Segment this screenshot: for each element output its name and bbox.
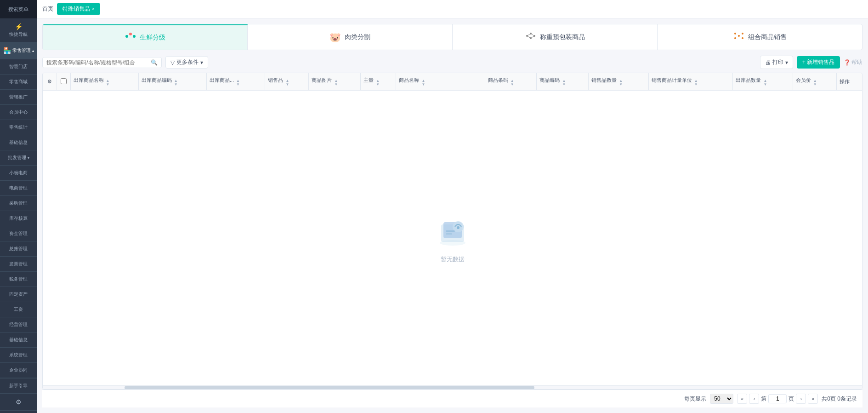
sidebar-item-ecom-mgmt[interactable]: 电商管理 bbox=[0, 181, 37, 196]
scrollbar-thumb[interactable] bbox=[125, 386, 534, 390]
first-page-button[interactable]: « bbox=[737, 394, 747, 404]
tab-combo[interactable]: 组合商品销售 bbox=[658, 24, 862, 50]
content-area: 生鲜分级 🐷 肉类分割 bbox=[37, 18, 868, 413]
sidebar-item-label: 批发管理 bbox=[8, 155, 26, 161]
sidebar-item-label: 零售商城 bbox=[9, 79, 28, 85]
sidebar-item-enterprise[interactable]: 企业协同 bbox=[0, 363, 37, 378]
tab-label: 组合商品销售 bbox=[748, 33, 787, 41]
page-input[interactable] bbox=[768, 394, 787, 403]
sidebar-item-purchase[interactable]: 采购管理 bbox=[0, 196, 37, 211]
sidebar-item-basic-info[interactable]: 基础信息 bbox=[0, 135, 37, 150]
sidebar-item-basic-info2[interactable]: 基础信息 bbox=[0, 333, 37, 348]
print-button[interactable]: 🖨 打印 ▾ bbox=[760, 56, 793, 69]
sidebar: 搜索菜单 ⚡ 快捷导航 🏪 零售管理 ▴ 智慧门店 零售商城 营销推广 会员中心… bbox=[0, 0, 37, 413]
svg-point-2 bbox=[133, 35, 136, 38]
sidebar-item-retail-mall[interactable]: 零售商城 bbox=[0, 75, 37, 90]
col-goods-name[interactable]: 商品名称 ▲▼ bbox=[396, 73, 485, 91]
tab-label: 特殊销售品 bbox=[62, 5, 90, 13]
page-unit: 页 bbox=[789, 395, 794, 403]
select-all-checkbox[interactable] bbox=[61, 78, 67, 84]
last-page-button[interactable]: » bbox=[808, 394, 818, 404]
sidebar-item-retail-mgmt[interactable]: 🏪 零售管理 ▴ bbox=[0, 42, 37, 59]
sidebar-item-label: 经营管理 bbox=[9, 322, 28, 327]
sort-icon: ▲▼ bbox=[376, 79, 380, 86]
col-sales-item[interactable]: 销售品 ▲▼ bbox=[265, 73, 309, 91]
sidebar-item-sales-promo[interactable]: 营销推广 bbox=[0, 90, 37, 105]
help-button[interactable]: ❓ 帮助 bbox=[844, 58, 862, 66]
sidebar-logo[interactable]: 搜索菜单 bbox=[0, 0, 37, 18]
svg-rect-21 bbox=[446, 230, 455, 232]
col-goods-code[interactable]: 商品编码 ▲▼ bbox=[537, 73, 589, 91]
toolbar-right: 🖨 打印 ▾ + 新增销售品 ❓ 帮助 bbox=[760, 56, 862, 69]
col-out-name[interactable]: 出库商品名称 ▲▼ bbox=[70, 73, 138, 91]
sidebar-item-label: 电商管理 bbox=[9, 185, 28, 191]
col-out-code[interactable]: 出库商品编码 ▲▼ bbox=[138, 73, 206, 91]
per-page-label: 每页显示 bbox=[684, 395, 706, 403]
tab-weight-pack[interactable]: 称重预包装商品 bbox=[453, 24, 658, 50]
sort-icon: ▲▼ bbox=[694, 79, 698, 86]
svg-point-0 bbox=[125, 35, 128, 38]
search-icon: 🔍 bbox=[151, 59, 158, 66]
sidebar-item-sys-mgmt[interactable]: 系统管理 bbox=[0, 348, 37, 363]
sidebar-item-inventory[interactable]: 库存核算 bbox=[0, 211, 37, 226]
next-page-button[interactable]: › bbox=[796, 394, 806, 404]
sidebar-item-fixed-assets[interactable]: 固定资产 bbox=[0, 287, 37, 302]
tab-label: 肉类分割 bbox=[345, 33, 370, 41]
sidebar-item-quick-nav[interactable]: ⚡ 快捷导航 bbox=[0, 18, 37, 42]
horizontal-scrollbar[interactable] bbox=[43, 385, 862, 389]
tab-meat-cut[interactable]: 🐷 肉类分割 bbox=[248, 24, 453, 50]
home-link[interactable]: 首页 bbox=[42, 5, 53, 13]
svg-point-20 bbox=[457, 226, 460, 229]
sidebar-item-label: 工资 bbox=[14, 307, 23, 312]
add-button[interactable]: + 新增销售品 bbox=[797, 56, 840, 69]
sidebar-item-label: 快捷导航 bbox=[9, 32, 28, 37]
sidebar-item-label: 营销推广 bbox=[9, 94, 28, 100]
settings-icon: ⚙ bbox=[16, 398, 22, 406]
category-tabs: 生鲜分级 🐷 肉类分割 bbox=[42, 24, 862, 50]
col-out-qty[interactable]: 出库品数量 ▲▼ bbox=[733, 73, 793, 91]
col-out-spec[interactable]: 出库商品... ▲▼ bbox=[206, 73, 265, 91]
active-tab[interactable]: 特殊销售品 × bbox=[57, 3, 100, 15]
empty-text: 暂无数据 bbox=[441, 255, 465, 264]
col-unit[interactable]: 销售商品计量单位 ▲▼ bbox=[648, 73, 733, 91]
sidebar-item-ledger[interactable]: 总账管理 bbox=[0, 241, 37, 257]
sidebar-item-smart-store[interactable]: 智慧门店 bbox=[0, 59, 37, 75]
sidebar-item-mini-ecom[interactable]: 小畅电商 bbox=[0, 166, 37, 181]
sidebar-item-new-guide[interactable]: 新手引导 bbox=[0, 378, 37, 394]
next-page-icon: › bbox=[800, 396, 802, 402]
close-icon[interactable]: × bbox=[92, 6, 95, 11]
col-barcode[interactable]: 商品条码 ▲▼ bbox=[485, 73, 537, 91]
col-member-price[interactable]: 会员价 ▲▼ bbox=[793, 73, 836, 91]
svg-point-12 bbox=[734, 37, 736, 39]
col-sales-qty[interactable]: 销售品数量 ▲▼ bbox=[589, 73, 648, 91]
sidebar-item-invoice[interactable]: 发票管理 bbox=[0, 257, 37, 272]
search-box[interactable]: 🔍 bbox=[42, 57, 162, 68]
per-page-select[interactable]: 50 10 20 100 bbox=[710, 394, 733, 404]
sidebar-item-settings[interactable]: ⚙ bbox=[0, 394, 37, 411]
sidebar-item-finance[interactable]: 资金管理 bbox=[0, 226, 37, 241]
col-gear[interactable]: ⚙ bbox=[43, 73, 57, 91]
col-check[interactable] bbox=[57, 73, 70, 91]
sort-icon: ▲▼ bbox=[619, 79, 623, 86]
filter-icon: ▽ bbox=[170, 59, 175, 66]
page-label: 第 bbox=[761, 395, 766, 403]
search-input[interactable] bbox=[46, 59, 149, 66]
sidebar-item-hr[interactable]: 工资 bbox=[0, 302, 37, 317]
tab-fresh-grade[interactable]: 生鲜分级 bbox=[43, 24, 248, 50]
col-weight[interactable]: 主量 ▲▼ bbox=[361, 73, 396, 91]
sidebar-item-retail-stats[interactable]: 零售统计 bbox=[0, 120, 37, 135]
combo-icon bbox=[733, 31, 744, 43]
quick-nav-icon: ⚡ bbox=[15, 23, 23, 30]
prev-page-button[interactable]: ‹ bbox=[749, 394, 759, 404]
pagination: 每页显示 50 10 20 100 « ‹ 第 页 › bbox=[42, 390, 862, 407]
sort-icon: ▲▼ bbox=[174, 79, 178, 86]
sidebar-item-ops-mgmt[interactable]: 经营管理 bbox=[0, 317, 37, 333]
sidebar-item-member-center[interactable]: 会员中心 bbox=[0, 105, 37, 120]
col-img[interactable]: 商品图片 ▲▼ bbox=[309, 73, 361, 91]
print-icon: 🖨 bbox=[765, 59, 771, 66]
sidebar-item-wholesale-mgmt[interactable]: 批发管理 ▾ bbox=[0, 150, 37, 166]
sidebar-item-tax[interactable]: 税务管理 bbox=[0, 272, 37, 287]
svg-point-11 bbox=[734, 33, 736, 34]
sidebar-item-label: 发票管理 bbox=[9, 261, 28, 267]
filter-button[interactable]: ▽ 更多条件 ▾ bbox=[165, 56, 208, 69]
